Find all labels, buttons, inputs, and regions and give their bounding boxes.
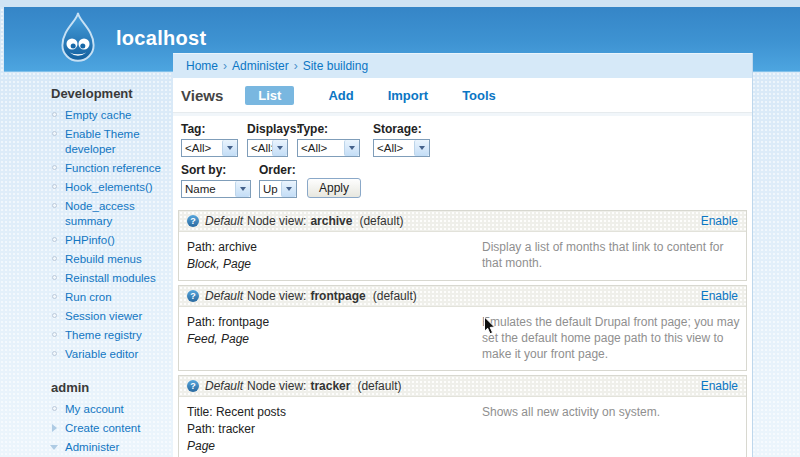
- chevron-down-icon[interactable]: [414, 140, 429, 156]
- sidebar-item-node-access-summary[interactable]: Node_access summary: [0, 197, 173, 231]
- sidebar-item-hook-elements[interactable]: Hook_elements(): [0, 178, 173, 197]
- breadcrumb-link-home[interactable]: Home: [186, 59, 218, 73]
- sidebar-item-variable-editor[interactable]: Variable editor: [0, 345, 173, 364]
- sidebar-item-label[interactable]: Session viewer: [65, 309, 142, 324]
- sidebar-item-label[interactable]: Rebuild menus: [65, 252, 142, 267]
- sort-by-filter-select[interactable]: Name: [181, 180, 251, 198]
- view-type-badge: Default: [205, 214, 243, 228]
- view-kind: Node view:: [247, 214, 306, 228]
- help-icon[interactable]: ?: [187, 215, 199, 227]
- enable-link[interactable]: Enable: [701, 214, 738, 228]
- type-filter-select[interactable]: <All>: [297, 139, 360, 157]
- tab-tools[interactable]: Tools: [462, 88, 496, 103]
- type-filter-label: Type:: [297, 122, 360, 136]
- sidebar-item-label[interactable]: Run cron: [65, 290, 112, 305]
- order-filter-select[interactable]: Up: [259, 180, 297, 198]
- view-row-body: Title: Recent posts Path: tracker Page S…: [179, 397, 746, 457]
- title-and-tabs-row: Views List Add Import Tools: [173, 78, 752, 113]
- sidebar-item-label[interactable]: My account: [65, 402, 124, 417]
- breadcrumb-separator: ›: [223, 59, 227, 73]
- sidebar-item-label[interactable]: Enable Theme developer: [65, 127, 171, 157]
- view-row-header: ? Default Node view: archive (default) E…: [179, 211, 746, 232]
- sidebar-item-phpinfo[interactable]: PHPinfo(): [0, 231, 173, 250]
- enable-link[interactable]: Enable: [701, 289, 738, 303]
- tab-add[interactable]: Add: [328, 88, 353, 103]
- chevron-down-icon[interactable]: [235, 181, 250, 197]
- sidebar: Development Empty cache Enable Theme dev…: [0, 72, 173, 457]
- sidebar-item-my-account[interactable]: My account: [0, 400, 173, 419]
- sidebar-item-reinstall-modules[interactable]: Reinstall modules: [0, 269, 173, 288]
- sidebar-menu-development: Empty cache Enable Theme developer Funct…: [0, 106, 173, 364]
- filter-storage: Storage: <All>: [373, 122, 430, 157]
- sidebar-item-theme-registry[interactable]: Theme registry: [0, 326, 173, 345]
- tag-filter-value: <All>: [182, 142, 222, 154]
- circle-bullet-icon: [52, 294, 57, 299]
- site-name[interactable]: localhost: [116, 27, 207, 50]
- sidebar-item-label[interactable]: Administer: [65, 440, 119, 455]
- sidebar-item-label[interactable]: Function reference: [65, 161, 161, 176]
- storage-filter-value: <All>: [374, 142, 414, 154]
- view-row-header: ? Default Node view: frontpage (default)…: [179, 286, 746, 307]
- breadcrumb-separator: ›: [294, 59, 298, 73]
- circle-bullet-icon: [52, 256, 57, 261]
- tab-list[interactable]: List: [245, 86, 294, 105]
- view-row-body: Path: archive Block, Page Display a list…: [179, 232, 746, 280]
- view-row-tracker: ? Default Node view: tracker (default) E…: [178, 375, 747, 457]
- expand-arrow-icon[interactable]: [52, 424, 57, 432]
- view-name: archive: [310, 214, 352, 228]
- breadcrumb-link-administer[interactable]: Administer: [232, 59, 289, 73]
- circle-bullet-icon: [52, 112, 57, 117]
- enable-link[interactable]: Enable: [701, 379, 738, 393]
- sidebar-item-run-cron[interactable]: Run cron: [0, 288, 173, 307]
- view-type-badge: Default: [205, 289, 243, 303]
- circle-bullet-icon: [52, 203, 57, 208]
- sidebar-item-create-content[interactable]: Create content: [0, 419, 173, 438]
- filter-sort-by: Sort by: Name: [181, 163, 251, 198]
- sidebar-item-empty-cache[interactable]: Empty cache: [0, 106, 173, 125]
- sidebar-item-administer[interactable]: Administer: [0, 438, 173, 457]
- view-kind: Node view:: [247, 379, 306, 393]
- sidebar-item-label[interactable]: Empty cache: [65, 108, 131, 123]
- tag-filter-select[interactable]: <All>: [181, 139, 238, 157]
- sidebar-item-label[interactable]: Node_access summary: [65, 199, 171, 229]
- displays-filter-select[interactable]: <All>: [247, 139, 288, 157]
- sidebar-item-label[interactable]: Theme registry: [65, 328, 142, 343]
- help-icon[interactable]: ?: [187, 380, 199, 392]
- circle-bullet-icon: [52, 165, 57, 170]
- view-row-body: Path: frontpage Feed, Page Emulates the …: [179, 307, 746, 370]
- drupal-admin-page: localhost Development Empty cache Enable…: [0, 0, 800, 457]
- sidebar-item-rebuild-menus[interactable]: Rebuild menus: [0, 250, 173, 269]
- druplicon-logo-icon[interactable]: [54, 11, 102, 65]
- sidebar-item-label[interactable]: Hook_elements(): [65, 180, 153, 195]
- chevron-down-icon[interactable]: [344, 140, 359, 156]
- circle-bullet-icon: [52, 406, 57, 411]
- filter-type: Type: <All>: [297, 122, 360, 157]
- breadcrumb: Home › Administer › Site building: [173, 53, 752, 78]
- sidebar-item-function-reference[interactable]: Function reference: [0, 159, 173, 178]
- view-type-badge: Default: [205, 379, 243, 393]
- sidebar-item-label[interactable]: PHPinfo(): [65, 233, 115, 248]
- sidebar-item-label[interactable]: Create content: [65, 421, 140, 436]
- help-icon[interactable]: ?: [187, 290, 199, 302]
- chevron-down-icon[interactable]: [281, 181, 296, 197]
- view-row-frontpage: ? Default Node view: frontpage (default)…: [178, 285, 747, 371]
- view-description: Shows all new activity on system.: [482, 404, 744, 420]
- sidebar-item-label[interactable]: Variable editor: [65, 347, 138, 362]
- circle-bullet-icon: [52, 275, 57, 280]
- breadcrumb-link-site-building[interactable]: Site building: [303, 59, 368, 73]
- sidebar-item-session-viewer[interactable]: Session viewer: [0, 307, 173, 326]
- content-panel: Home › Administer › Site building Views …: [173, 53, 753, 457]
- chevron-down-icon[interactable]: [222, 140, 237, 156]
- storage-filter-select[interactable]: <All>: [373, 139, 430, 157]
- chevron-down-icon[interactable]: [272, 140, 287, 156]
- view-name: tracker: [310, 379, 350, 393]
- circle-bullet-icon: [52, 184, 57, 189]
- sidebar-menu-admin: My account Create content Administer Con…: [0, 400, 173, 457]
- apply-button[interactable]: Apply: [307, 178, 361, 198]
- filters-row-1: Tag: <All> Displays: <All> Type:: [181, 122, 740, 157]
- sidebar-item-enable-theme-developer[interactable]: Enable Theme developer: [0, 125, 173, 159]
- tab-import[interactable]: Import: [388, 88, 428, 103]
- mouse-cursor: [483, 316, 496, 336]
- sidebar-item-label[interactable]: Reinstall modules: [65, 271, 156, 286]
- collapse-arrow-icon[interactable]: [50, 445, 58, 450]
